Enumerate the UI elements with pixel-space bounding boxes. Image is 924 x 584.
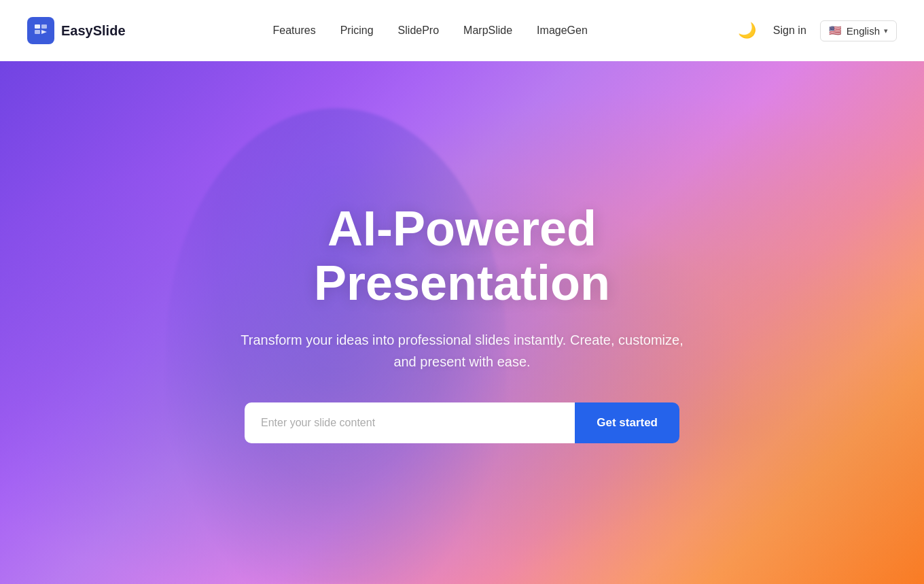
lang-label: English [847, 25, 880, 37]
hero-title: AI-Powered Presentation [231, 202, 693, 309]
chevron-down-icon: ▾ [884, 27, 888, 35]
hero-subtitle: Transform your ideas into professional s… [231, 329, 693, 373]
navbar: EasySlide Features Pricing SlidePro Marp… [0, 0, 924, 61]
hero-cta-group: Get started [245, 402, 679, 443]
svg-rect-1 [41, 24, 47, 29]
flag-icon: 🇺🇸 [829, 26, 842, 35]
svg-rect-2 [35, 30, 40, 34]
slide-content-input[interactable] [245, 402, 575, 443]
hero-section: AI-Powered Presentation Transform your i… [0, 61, 924, 584]
nav-links: Features Pricing SlidePro MarpSlide Imag… [273, 24, 588, 37]
nav-link-features[interactable]: Features [273, 24, 316, 37]
nav-link-slidepro[interactable]: SlidePro [398, 24, 439, 37]
logo-icon [27, 17, 54, 44]
sign-in-button[interactable]: Sign in [773, 24, 806, 37]
hero-content: AI-Powered Presentation Transform your i… [217, 202, 707, 443]
svg-marker-3 [41, 30, 47, 34]
dark-mode-toggle[interactable]: 🌙 [735, 18, 760, 43]
nav-actions: 🌙 Sign in 🇺🇸 English ▾ [735, 18, 897, 43]
brand-name: EasySlide [61, 23, 126, 39]
nav-link-imagegen[interactable]: ImageGen [537, 24, 588, 37]
nav-link-pricing[interactable]: Pricing [340, 24, 374, 37]
brand-logo-link[interactable]: EasySlide [27, 17, 126, 44]
svg-rect-0 [35, 24, 40, 29]
get-started-button[interactable]: Get started [575, 402, 679, 443]
nav-link-marpslide[interactable]: MarpSlide [463, 24, 512, 37]
language-selector[interactable]: 🇺🇸 English ▾ [820, 20, 897, 41]
